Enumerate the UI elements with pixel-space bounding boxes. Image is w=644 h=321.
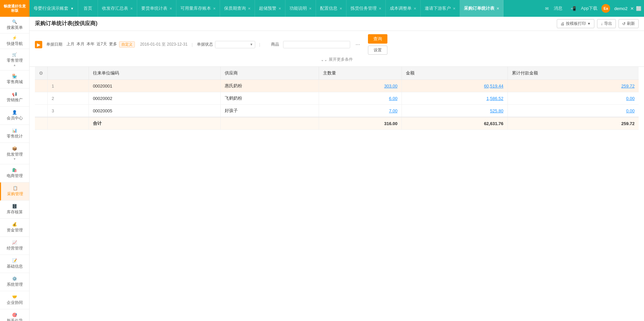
row-paid-amount[interactable]: 0.00 bbox=[507, 92, 639, 105]
user-avatar[interactable]: Ea bbox=[601, 4, 610, 13]
footer-index-cell bbox=[48, 117, 89, 130]
status-filter-label: 单据状态 bbox=[197, 42, 213, 47]
row-qty[interactable]: 7.00 bbox=[319, 105, 402, 117]
goods-more-icon[interactable]: ··· bbox=[356, 42, 360, 48]
tab-available-stock[interactable]: 可用量库存账本 ✕ bbox=[176, 0, 220, 17]
sidebar-item-operations[interactable]: 📈 经营管理 bbox=[0, 237, 29, 255]
row-amount[interactable]: 60,519.44 bbox=[401, 80, 507, 92]
sidebar-item-retail[interactable]: 🛒 零售管理 ▲ bbox=[0, 49, 29, 70]
tab-close-icon[interactable]: ✕ bbox=[379, 7, 381, 10]
sidebar-item-inventory[interactable]: 🗄️ 库存核算 bbox=[0, 201, 29, 219]
tab-close-icon[interactable]: ✕ bbox=[213, 7, 216, 10]
sidebar-item-marketing[interactable]: 📢 营销推广 bbox=[0, 89, 29, 107]
shortcut-7days[interactable]: 近7天 bbox=[97, 41, 107, 48]
column-settings-icon[interactable]: ⚙ bbox=[39, 70, 43, 76]
query-button[interactable]: 查询 bbox=[368, 34, 387, 44]
shortcut-more[interactable]: 更多 bbox=[109, 41, 117, 48]
row-supplier-name: 惠氏奶粉 bbox=[220, 80, 319, 92]
sidebar-item-marketing-label: 营销推广 bbox=[7, 97, 23, 103]
filter-toggle-button[interactable]: ▶ bbox=[35, 41, 42, 48]
print-button[interactable]: 🖨 按模板打印 ▼ bbox=[557, 19, 594, 28]
refresh-button[interactable]: ↺ 刷新 bbox=[619, 19, 639, 28]
tab-shelf-life[interactable]: 保质期查询 ✕ bbox=[220, 0, 255, 17]
tab-cost-adjust[interactable]: 成本调整单 ✕ bbox=[386, 0, 421, 17]
table-row[interactable]: 2 00020002 飞鹤奶粉 6.00 1,586.52 0.00 bbox=[35, 92, 639, 105]
tab-close-icon[interactable]: ✕ bbox=[278, 7, 281, 10]
sidebar-item-retail-stats[interactable]: 📊 零售统计 bbox=[0, 125, 29, 143]
sidebar-item-wholesale-label: 批发管理 bbox=[7, 152, 23, 157]
sidebar-item-newguide[interactable]: 🎯 新手引导 bbox=[0, 309, 29, 321]
sidebar-logo-text: 畅捷通好生意标版 bbox=[4, 4, 26, 13]
workspace-selector[interactable]: 母婴行业演示账套 ▼ bbox=[30, 0, 78, 17]
row-supplier-name: 好孩子 bbox=[220, 105, 319, 117]
tab-purchase-order-stats[interactable]: 采购订单统计表 ✕ bbox=[460, 0, 503, 17]
row-amount[interactable]: 1,586.52 bbox=[401, 92, 507, 105]
sidebar-item-retail-shop[interactable]: 🏪 零售商城 bbox=[0, 70, 29, 89]
table-row[interactable]: 3 00020005 好孩子 7.00 525.80 0.00 bbox=[35, 105, 639, 117]
chevron-down-icon-wholesale: ▼ bbox=[13, 157, 16, 161]
workspace-label: 母婴行业演示账套 bbox=[34, 5, 68, 11]
close-window-icon[interactable]: ✕ bbox=[630, 6, 634, 11]
tab-close-icon[interactable]: ✕ bbox=[453, 7, 455, 10]
row-paid-amount[interactable]: 259.72 bbox=[507, 80, 639, 92]
tab-home[interactable]: 首页 bbox=[78, 0, 98, 17]
custom-date-badge[interactable]: 自定义 bbox=[119, 41, 135, 48]
tab-function-desc[interactable]: 功能说明 ✕ bbox=[285, 0, 316, 17]
table-body: 1 00020001 惠氏奶粉 303.00 60,519.44 259.72 … bbox=[35, 80, 639, 117]
tab-close-icon[interactable]: ✕ bbox=[414, 7, 416, 10]
table-row[interactable]: 1 00020001 惠氏奶粉 303.00 60,519.44 259.72 bbox=[35, 80, 639, 92]
tab-close-icon[interactable]: ✕ bbox=[248, 7, 251, 10]
sidebar-item-search-label: 搜索英单 bbox=[7, 25, 23, 31]
tab-close-icon[interactable]: ✕ bbox=[496, 7, 499, 10]
row-paid-amount[interactable]: 0.00 bbox=[507, 105, 639, 117]
tab-close-icon[interactable]: ✕ bbox=[339, 7, 342, 10]
ecommerce-icon: 🛍️ bbox=[12, 168, 17, 172]
goods-search-input[interactable] bbox=[283, 41, 350, 48]
sidebar-item-system[interactable]: ⚙️ 系统管理 bbox=[0, 273, 29, 291]
print-chevron-icon: ▼ bbox=[587, 22, 591, 25]
sidebar-item-operations-label: 经营管理 bbox=[7, 246, 23, 251]
tab-invite-downstream[interactable]: 邀请下游客户 ✕ bbox=[421, 0, 460, 17]
app-download-btn[interactable]: 📲 App下载 bbox=[567, 5, 597, 11]
tab-collect-pay[interactable]: 收发存汇总表 ✕ bbox=[98, 0, 137, 17]
topbar-actions: ✉ 消息 📲 App下载 Ea demo2 ✕ ⬜ bbox=[537, 4, 644, 13]
sidebar-item-member[interactable]: 👤 会员中心 bbox=[0, 107, 29, 125]
status-select-wrapper: ▼ bbox=[215, 41, 255, 48]
tab-close-icon[interactable]: ✕ bbox=[130, 7, 133, 10]
sidebar-item-ecommerce[interactable]: 🛍️ 电商管理 bbox=[0, 164, 29, 182]
tab-order-summary[interactable]: 要货单统计表 ✕ bbox=[137, 0, 176, 17]
expand-more-button[interactable]: ⌄⌄ 展开更多条件 bbox=[321, 57, 353, 62]
shortcut-this-month[interactable]: 本月 bbox=[76, 41, 85, 48]
maximize-window-icon[interactable]: ⬜ bbox=[636, 6, 641, 11]
tab-close-icon[interactable]: ✕ bbox=[169, 7, 172, 10]
sidebar-item-finance[interactable]: 💰 资金管理 bbox=[0, 219, 29, 237]
status-select[interactable] bbox=[215, 41, 255, 48]
settings-button[interactable]: 设置 bbox=[368, 46, 387, 55]
retail-icon: 🛒 bbox=[12, 52, 17, 57]
shortcut-this-year[interactable]: 本年 bbox=[87, 41, 95, 48]
page-title: 采购订单统计表(按供应商) bbox=[35, 20, 98, 27]
tab-overstock[interactable]: 超储预警 ✕ bbox=[255, 0, 285, 17]
tab-config-info[interactable]: 配置信息 ✕ bbox=[316, 0, 346, 17]
sidebar-item-purchase[interactable]: 📋 采购管理 bbox=[0, 182, 29, 201]
footer-paid-amount-cell: 259.72 bbox=[507, 117, 639, 130]
sidebar-item-collab[interactable]: 🤝 企业协同 bbox=[0, 291, 29, 309]
sidebar-item-quicknav[interactable]: ⚡ 快捷导航 bbox=[0, 34, 29, 49]
shortcut-last-month[interactable]: 上月 bbox=[66, 41, 74, 48]
row-qty[interactable]: 303.00 bbox=[319, 80, 402, 92]
row-supplier-code: 00020005 bbox=[89, 105, 220, 117]
purchase-icon: 📋 bbox=[13, 186, 18, 191]
message-btn[interactable]: ✉ 消息 bbox=[541, 5, 562, 11]
sidebar-item-basic[interactable]: 📝 基础信息 bbox=[0, 255, 29, 273]
sidebar-item-search[interactable]: 🔍 搜索英单 bbox=[0, 17, 29, 34]
export-button[interactable]: ↓ 导出 bbox=[597, 19, 616, 28]
message-icon: ✉ bbox=[545, 6, 549, 11]
tab-pickup-task[interactable]: 拣货任务管理 ✕ bbox=[346, 0, 386, 17]
row-amount[interactable]: 525.80 bbox=[401, 105, 507, 117]
sidebar-item-wholesale[interactable]: 📦 批发管理 ▼ bbox=[0, 143, 29, 164]
workspace-chevron-icon: ▼ bbox=[70, 7, 74, 10]
tab-close-icon[interactable]: ✕ bbox=[309, 7, 312, 10]
row-qty[interactable]: 6.00 bbox=[319, 92, 402, 105]
th-supplier-name: 供应商 bbox=[220, 67, 319, 80]
row-index: 2 bbox=[48, 92, 89, 105]
